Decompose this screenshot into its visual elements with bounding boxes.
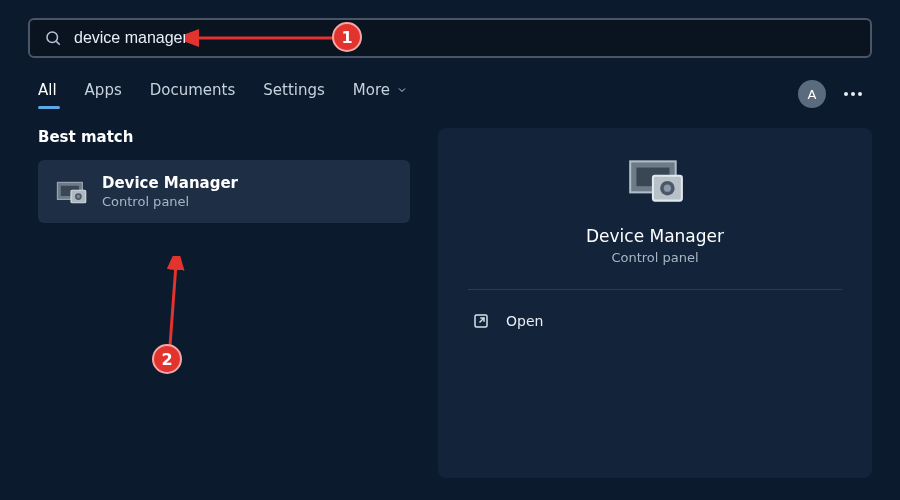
detail-title: Device Manager bbox=[586, 226, 724, 246]
search-input[interactable] bbox=[74, 29, 856, 47]
divider bbox=[468, 289, 842, 290]
tab-all[interactable]: All bbox=[38, 81, 57, 107]
result-title: Device Manager bbox=[102, 174, 238, 192]
device-manager-icon bbox=[624, 154, 686, 208]
svg-point-11 bbox=[664, 185, 671, 192]
annotation-badge-1: 1 bbox=[332, 22, 362, 52]
filter-tabs: All Apps Documents Settings More bbox=[38, 81, 408, 107]
avatar[interactable]: A bbox=[798, 80, 826, 108]
open-label: Open bbox=[506, 313, 543, 329]
tab-documents[interactable]: Documents bbox=[150, 81, 236, 107]
result-subtitle: Control panel bbox=[102, 194, 238, 209]
search-bar[interactable] bbox=[28, 18, 872, 58]
svg-point-0 bbox=[47, 32, 58, 43]
results-column: Best match Device Manager Control panel bbox=[38, 128, 410, 478]
search-icon bbox=[44, 29, 62, 47]
detail-panel: Device Manager Control panel Open bbox=[438, 128, 872, 478]
annotation-badge-2: 2 bbox=[152, 344, 182, 374]
open-action[interactable]: Open bbox=[468, 306, 842, 336]
device-manager-icon bbox=[54, 177, 88, 207]
result-device-manager[interactable]: Device Manager Control panel bbox=[38, 160, 410, 223]
tab-more-label: More bbox=[353, 81, 390, 99]
tab-settings[interactable]: Settings bbox=[263, 81, 325, 107]
tab-apps[interactable]: Apps bbox=[85, 81, 122, 107]
tab-more[interactable]: More bbox=[353, 81, 408, 107]
tabs-row: All Apps Documents Settings More A bbox=[0, 66, 900, 118]
svg-point-6 bbox=[77, 194, 80, 197]
detail-subtitle: Control panel bbox=[611, 250, 698, 265]
svg-line-1 bbox=[56, 41, 59, 44]
more-options-button[interactable] bbox=[844, 92, 862, 96]
open-icon bbox=[472, 312, 490, 330]
best-match-label: Best match bbox=[38, 128, 410, 146]
chevron-down-icon bbox=[396, 84, 408, 96]
